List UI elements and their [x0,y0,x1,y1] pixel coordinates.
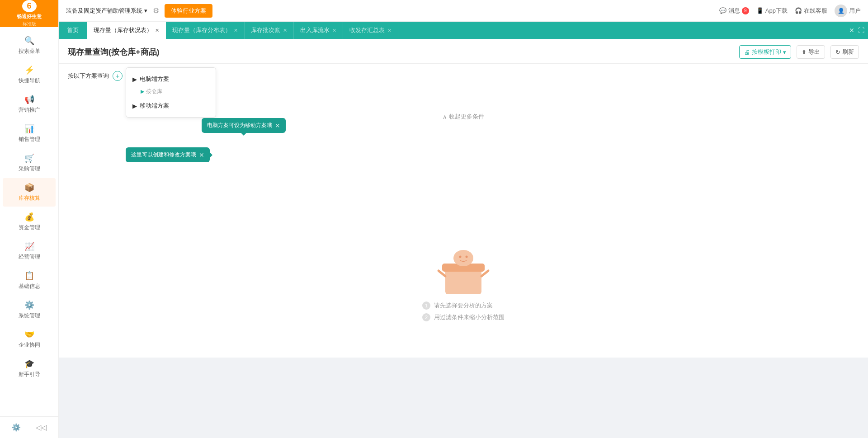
tab-fullscreen-icon[interactable]: ⛶ [858,27,864,34]
sidebar-nav: 🔍 搜索菜单 ⚡ 快捷导航 📢 营销推广 📊 销售管理 🛒 采购管理 📦 库存核… [0,27,58,416]
collapse-up-icon: ∧ [443,113,447,120]
sidebar-item-inventory[interactable]: 📦 库存核算 [3,178,56,207]
tab-stock-status[interactable]: 现存量（库存状况表） ✕ [87,22,166,39]
empty-illustration [434,245,493,294]
industry-plan-button[interactable]: 体验行业方案 [165,4,212,18]
sidebar: 6 畅通好生意 标准版 🔍 搜索菜单 ⚡ 快捷导航 📢 营销推广 📊 销售管理 … [0,0,59,438]
topbar: 装备及固定资产辅助管理系统 ▾ ⚙ 体验行业方案 💬 消息 9 📱 App下载 … [59,0,868,22]
system-icon: ⚙️ [24,300,34,310]
search-icon: 🔍 [24,36,34,46]
sidebar-label-cooperation: 企业协同 [19,341,40,349]
empty-steps: 1 请先选择要分析的方案 2 用过滤条件来缩小分析范围 [422,301,505,321]
user-button[interactable]: 👤 用户 [835,5,861,17]
logo-sub: 标准版 [23,21,36,27]
sidebar-item-search[interactable]: 🔍 搜索菜单 [3,31,56,60]
tab-batch-label: 库存批次账 [251,26,280,34]
tab-stock-dist-label: 现存量（库存分布表） [172,26,231,34]
export-icon: ⬆ [802,49,807,56]
refresh-button[interactable]: ↻ 刷新 [830,45,859,59]
page-title: 现存量查询(按仓库+商品) [68,47,160,57]
sidebar-item-guide[interactable]: 🎓 新手引导 [3,354,56,383]
message-button[interactable]: 💬 消息 9 [719,7,749,15]
sidebar-item-sales[interactable]: 📊 销售管理 [3,119,56,148]
topbar-actions: 💬 消息 9 📱 App下载 🎧 在线客服 👤 用户 [719,5,861,17]
sidebar-item-basic[interactable]: 📋 基础信息 [3,266,56,295]
mobile-scheme-item[interactable]: ▶ 移动端方案 [126,98,216,113]
sidebar-bottom: ⚙️ ◁◁ [0,416,58,438]
print-button[interactable]: 🖨 按模板打印 ▾ [739,45,791,59]
sidebar-item-finance[interactable]: 💰 资金管理 [3,207,56,236]
desktop-scheme-item[interactable]: ▶ 电脑端方案 [126,71,216,87]
tab-batch[interactable]: 库存批次账 ✕ [245,22,294,39]
online-service-label: 在线客服 [804,7,827,15]
tab-home[interactable]: 首页 [59,22,87,39]
sidebar-item-purchase[interactable]: 🛒 采购管理 [3,149,56,177]
tab-flow-close[interactable]: ✕ [332,28,336,33]
svg-rect-0 [445,269,481,294]
finance-icon: 💰 [24,212,34,222]
collapse-label: 收起更多条件 [449,113,484,121]
app-download-label: App下载 [765,7,788,15]
app-logo: 6 畅通好生意 标准版 [0,0,58,27]
scheme-list-panel: ▶ 电脑端方案 ▶ 按仓库 ▶ 移动端方案 [126,67,216,118]
tooltip2-text: 这里可以创建和修改方案哦 [131,151,196,159]
sidebar-item-marketing[interactable]: 📢 营销推广 [3,90,56,118]
tab-summary[interactable]: 收发存汇总表 ✕ [343,22,398,39]
step1-text: 请先选择要分析的方案 [434,301,493,310]
sidebar-item-cooperation[interactable]: 🤝 企业协同 [3,325,56,353]
online-service-button[interactable]: 🎧 在线客服 [795,7,827,15]
tab-stock-dist[interactable]: 现存量（库存分布表） ✕ [166,22,245,39]
step2-num: 2 [422,313,430,321]
svg-point-2 [453,250,473,266]
content-area: 现存量查询(按仓库+商品) 🖨 按模板打印 ▾ ⬆ 导出 ↻ [59,39,868,358]
filter-section: 按以下方案查询 + ✎ ← ▶ 电脑端方案 ▶ 按仓库 [59,64,868,208]
collapse-filter-btn[interactable]: ∧ 收起更多条件 [443,113,484,121]
settings-gear-icon[interactable]: ⚙ [153,6,159,15]
desktop-scheme-label: 电脑端方案 [140,75,169,83]
sub-item-icon: ▶ [141,89,144,94]
page-actions: 🖨 按模板打印 ▾ ⬆ 导出 ↻ 刷新 [739,45,859,59]
user-label: 用户 [849,7,861,15]
tooltip1-close[interactable]: ✕ [275,122,280,129]
phone-icon: 📱 [756,7,764,14]
app-download-button[interactable]: 📱 App下载 [756,7,788,15]
empty-svg [434,245,493,294]
sidebar-item-management[interactable]: 📈 经营管理 [3,237,56,265]
sidebar-label-finance: 资金管理 [19,224,40,231]
sidebar-label-search: 搜索菜单 [19,47,40,55]
sidebar-item-system[interactable]: ⚙️ 系统管理 [3,296,56,324]
sidebar-item-quicknav[interactable]: ⚡ 快捷导航 [3,61,56,89]
page-header: 现存量查询(按仓库+商品) 🖨 按模板打印 ▾ ⬆ 导出 ↻ [59,39,868,64]
quicknav-icon: ⚡ [24,65,34,75]
tab-stock-status-close[interactable]: ✕ [155,28,159,33]
inventory-icon: 📦 [24,183,34,193]
logo-icon: 6 [22,0,37,12]
message-badge: 9 [742,7,749,14]
cooperation-icon: 🤝 [24,330,34,339]
tab-summary-label: 收发存汇总表 [349,26,385,34]
sidebar-settings-btn[interactable]: ⚙️ [10,421,23,433]
sales-icon: 📊 [24,124,34,134]
step2-text: 用过滤条件来缩小分析范围 [434,313,505,321]
sidebar-collapse-btn[interactable]: ◁◁ [34,421,48,433]
tab-flow[interactable]: 出入库流水 ✕ [294,22,343,39]
tab-stock-dist-close[interactable]: ✕ [234,28,238,33]
tab-close-all-icon[interactable]: ✕ [849,27,854,34]
filter-header-label: 按以下方案查询 [68,72,109,80]
add-scheme-button[interactable]: + [113,71,123,81]
refresh-label: 刷新 [842,48,854,56]
sidebar-label-inventory: 库存核算 [19,194,40,202]
tab-batch-close[interactable]: ✕ [283,28,287,33]
sidebar-label-marketing: 营销推广 [19,106,40,114]
export-button[interactable]: ⬆ 导出 [797,45,825,59]
system-title-select[interactable]: 装备及固定资产辅助管理系统 ▾ [66,7,147,15]
empty-step-1: 1 请先选择要分析的方案 [422,301,505,310]
expand-icon: ▶ [132,76,137,83]
tab-bar: 首页 现存量（库存状况表） ✕ 现存量（库存分布表） ✕ 库存批次账 ✕ 出入库… [59,22,868,39]
sidebar-label-system: 系统管理 [19,312,40,320]
sidebar-label-guide: 新手引导 [19,371,40,378]
tab-summary-close[interactable]: ✕ [387,28,392,33]
print-icon: 🖨 [744,49,750,56]
print-dropdown-icon: ▾ [783,49,786,56]
tooltip2-close[interactable]: ✕ [199,151,204,159]
